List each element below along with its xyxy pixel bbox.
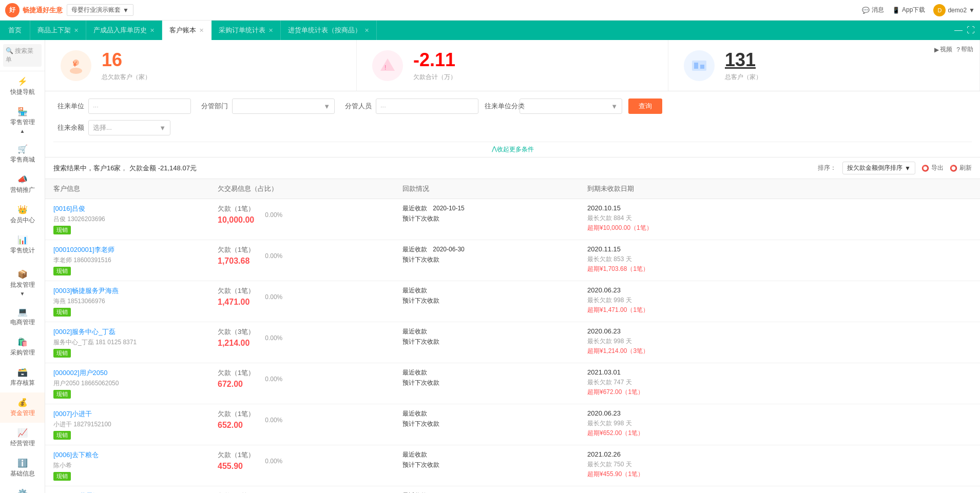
debt-ratio: 0.00%	[265, 458, 282, 465]
debt-ratio: 0.00%	[265, 211, 282, 219]
sidebar-label: 电商管理	[10, 318, 35, 327]
debt-info-cell: 欠款（1笔） 10,000.00 0.00%	[218, 204, 402, 226]
close-icon[interactable]: ✕	[268, 27, 273, 34]
sidebar-item-retail-mgmt[interactable]: 🏪 零售管理 ▲	[0, 102, 45, 139]
stat-actions: ▶ 视频 ? 帮助	[934, 45, 973, 54]
th-recovery: 回款情况	[402, 184, 587, 193]
sidebar-item-retail-stats[interactable]: 📊 零售统计	[0, 230, 45, 260]
next-payment-label: 预计下次收款	[402, 256, 439, 263]
sort-label: 排序：	[818, 164, 836, 172]
customer-info-cell: [0006]去下粮仓 陈小希 现销	[53, 450, 218, 481]
close-icon[interactable]: ✕	[199, 27, 204, 34]
th-debt: 欠交易信息（占比）	[218, 184, 402, 193]
tab-customer-account[interactable]: 客户账本 ✕	[162, 21, 212, 40]
minimize-icon[interactable]: —	[954, 26, 963, 35]
customer-name[interactable]: [0002]服务中心_丁磊	[53, 327, 218, 337]
customer-name[interactable]: [0003]畅捷服务尹海燕	[53, 286, 218, 295]
filter-select-dept[interactable]: ▼	[232, 98, 335, 114]
debt-amount[interactable]: 1,471.00	[218, 298, 255, 307]
filter-label-unit: 往来单位	[53, 102, 84, 111]
filter-select-category[interactable]: ▼	[520, 98, 622, 114]
overdue-link[interactable]: 超期¥1,703.68（1笔）	[587, 265, 972, 273]
business-icon: 📈	[17, 428, 28, 438]
sidebar-item-finance[interactable]: 💰 资金管理	[0, 392, 45, 423]
system-icon: ⚙️	[17, 488, 28, 493]
debt-details: 欠款（3笔） 1,214.00	[218, 327, 255, 349]
sidebar-item-ecommerce[interactable]: 💻 电商管理	[0, 302, 45, 332]
sidebar-item-quick-nav[interactable]: ⚡ 快捷导航	[0, 71, 45, 102]
export-btn[interactable]: ⭕ 导出	[921, 164, 944, 172]
top-bar: 好 畅捷通好生意 母婴行业演示账套 ▼ 💬 消息 📱 App下载 D demo2…	[0, 0, 980, 21]
sidebar-item-system[interactable]: ⚙️ 系统管理	[0, 483, 45, 493]
username: demo2	[948, 7, 967, 14]
dropdown-arrow-category: ▼	[611, 103, 618, 110]
close-icon[interactable]: ✕	[364, 27, 369, 34]
debt-amount[interactable]: 672.00	[218, 380, 255, 389]
tab-product-shelf[interactable]: 商品上下架 ✕	[30, 21, 86, 40]
refresh-btn[interactable]: ⭕ 刷新	[950, 164, 972, 172]
customer-info-cell: [0001020001]李老师 李老师 18600391516 现销	[53, 245, 218, 275]
overdue-link[interactable]: 超期¥1,214.00（3笔）	[587, 347, 972, 356]
company-selector[interactable]: 母婴行业演示账套 ▼	[67, 4, 133, 16]
member-icon: 👑	[17, 205, 28, 214]
message-btn[interactable]: 💬 消息	[862, 6, 884, 14]
debt-amount[interactable]: 652.00	[218, 421, 255, 430]
customer-name[interactable]: [0006]去下粮仓	[53, 450, 218, 460]
help-btn[interactable]: ? 帮助	[956, 45, 973, 54]
tab-home[interactable]: 首页	[0, 21, 30, 40]
debt-amount[interactable]: 455.90	[218, 462, 255, 471]
stat-card-debt-amount: ! -2.11 欠款合计（万）	[357, 40, 668, 91]
marketing-icon: 📣	[17, 174, 28, 184]
svg-marker-3	[380, 58, 395, 71]
dropdown-arrow-balance: ▼	[159, 124, 166, 132]
customer-name[interactable]: [000002]用户2050	[53, 368, 218, 378]
maximize-icon[interactable]: ⛶	[967, 26, 975, 35]
overdue-link[interactable]: 超期¥1,471.00（1笔）	[587, 306, 972, 314]
customer-info-cell: [000002]用户2050 用户2050 18665062050 现销	[53, 368, 218, 399]
sidebar-item-purchase[interactable]: 🛍️ 采购管理	[0, 332, 45, 362]
user-menu[interactable]: D demo2 ▼	[933, 4, 975, 16]
filter-input-person[interactable]: ···	[376, 98, 478, 114]
tab-product-history[interactable]: 产成品入库单历史 ✕	[86, 21, 162, 40]
customer-tag: 现销	[53, 390, 71, 399]
overdue-link[interactable]: 超期¥10,000.00（1笔）	[587, 224, 972, 232]
filter-collapse-btn[interactable]: ⋀ 收起更多条件	[53, 142, 972, 157]
sidebar-item-member[interactable]: 👑 会员中心	[0, 200, 45, 230]
tab-goods-stats[interactable]: 进货单统计表（按商品） ✕	[281, 21, 377, 40]
debt-count: 欠款（1笔）	[218, 286, 255, 295]
filter-input-unit[interactable]: ···	[88, 98, 191, 114]
video-btn[interactable]: ▶ 视频	[934, 45, 952, 54]
debt-info-cell: 欠款（1笔） 652.00 0.00%	[218, 409, 402, 431]
quick-nav-icon: ⚡	[17, 76, 28, 86]
sort-select[interactable]: 按欠款金额倒序排序 ▼	[842, 162, 915, 174]
sidebar-item-inventory[interactable]: 🗃️ 库存核算	[0, 362, 45, 392]
sidebar-item-marketing[interactable]: 📣 营销推广	[0, 169, 45, 200]
search-menu-btn[interactable]: 🔍 搜索菜单	[3, 44, 42, 67]
sidebar-item-retail-mall[interactable]: 🛒 零售商城	[0, 139, 45, 169]
debt-amount[interactable]: 1,214.00	[218, 339, 255, 348]
user-arrow: ▼	[969, 7, 975, 14]
tab-purchase-stats[interactable]: 采购订单统计表 ✕	[212, 21, 281, 40]
overdue-link[interactable]: 超期¥455.90（1笔）	[587, 470, 972, 479]
overdue-date: 2020.06.23	[587, 409, 972, 417]
overdue-link[interactable]: 超期¥672.00（1笔）	[587, 388, 972, 397]
app-download-btn[interactable]: 📱 App下载	[892, 6, 925, 14]
last-payment-label: 最近收款	[402, 451, 427, 458]
customer-name[interactable]: [0007]小进干	[53, 409, 218, 419]
help-icon: ?	[956, 46, 960, 53]
close-icon[interactable]: ✕	[150, 27, 155, 34]
search-button[interactable]: 查询	[628, 98, 662, 114]
close-icon[interactable]: ✕	[74, 27, 79, 34]
last-payment-label: 最近收款	[402, 246, 427, 253]
filter-select-balance[interactable]: 选择... ▼	[88, 120, 170, 135]
debt-amount[interactable]: 1,703.68	[218, 257, 255, 266]
sidebar-item-business[interactable]: 📈 经营管理	[0, 423, 45, 453]
sidebar-item-basic-info[interactable]: ℹ️ 基础信息	[0, 453, 45, 483]
debt-amount[interactable]: 10,000.00	[218, 215, 255, 225]
customer-name[interactable]: [0016]吕俊	[53, 204, 218, 213]
last-payment-label: 最近收款	[402, 410, 427, 417]
sidebar-item-wholesale[interactable]: 📦 批发管理 ▼	[0, 264, 45, 302]
last-payment-row: 最近收款 2020-10-15	[402, 204, 587, 213]
overdue-link[interactable]: 超期¥652.00（1笔）	[587, 429, 972, 438]
customer-name[interactable]: [0001020001]李老师	[53, 245, 218, 254]
